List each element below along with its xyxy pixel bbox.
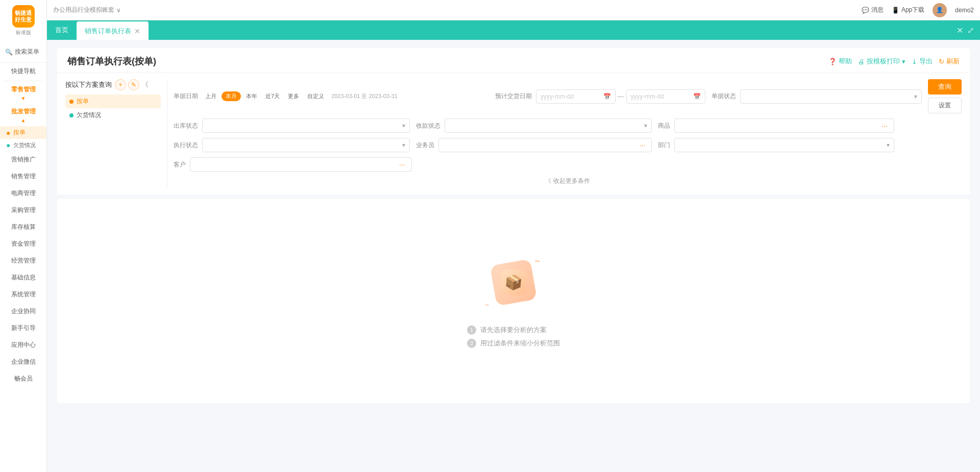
sidebar-item-operation[interactable]: 经营管理 <box>0 252 46 269</box>
collapse-button[interactable]: 《 收起更多条件 <box>174 174 962 188</box>
sidebar-item-quick-nav[interactable]: 快捷导航 <box>0 63 46 80</box>
box-inner: 📦 <box>500 269 527 296</box>
filter-row-2: 出库状态 ▾ 收款状态 ▾ <box>174 119 962 133</box>
sidebar-item-wholesale[interactable]: 批发管理 ▲ <box>0 104 46 126</box>
doc-status-select[interactable]: ▾ <box>740 89 922 104</box>
message-button[interactable]: 💬 消息 <box>862 6 884 14</box>
expected-date-start-input[interactable]: yyyy-mm-dd 📅 <box>536 89 616 104</box>
collapse-up-icon: 《 <box>545 177 551 185</box>
sidebar-item-sales[interactable]: 销售管理 <box>0 168 46 185</box>
sidebar-item-retail[interactable]: 零售管理 ▼ <box>0 82 46 104</box>
guide-label: 新手引导 <box>11 324 36 333</box>
tab-close-window-button[interactable]: ✕ <box>957 26 963 35</box>
filter-fields: 单据日期 上月 本月 本年 近7天 更多 自定义 2023-03-01 至 20… <box>174 79 962 188</box>
sidebar-item-appstore[interactable]: 应用中心 <box>0 337 46 353</box>
collection-status-select[interactable]: ▾ <box>445 119 652 133</box>
main-area: 办公用品行业模拟账套 ∨ 💬 消息 📱 App下载 👤 demo2 首页 销售订… <box>47 0 980 472</box>
settings-button[interactable]: 设置 <box>928 98 962 113</box>
customer-label: 客户 <box>174 160 186 169</box>
sidebar-item-marketing[interactable]: 营销推广 <box>0 151 46 168</box>
collab-label: 企业协同 <box>11 307 36 316</box>
scheme-item-press-order[interactable]: 按单 <box>65 95 161 108</box>
content-area: 销售订单执行表(按单) ❓ 帮助 🖨 按模板打印 ▾ ⤓ 导出 <box>47 40 980 472</box>
sidebar-item-finance[interactable]: 资金管理 <box>0 235 46 252</box>
step-num-2: 2 <box>467 339 476 348</box>
filter-row-4: 客户 ··· <box>174 157 962 172</box>
tab-expand-button[interactable]: ⤢ <box>967 26 974 35</box>
sidebar-item-ecommerce[interactable]: 电商管理 <box>0 185 46 202</box>
dept-select[interactable]: ▾ <box>674 138 894 152</box>
filter-field-goods: 商品 ··· <box>658 119 894 133</box>
page-actions: ❓ 帮助 🖨 按模板打印 ▾ ⤓ 导出 ↻ 刷新 <box>828 57 960 66</box>
date-btn-7days[interactable]: 近7天 <box>262 91 283 101</box>
scheme-edit-button[interactable]: ✎ <box>128 79 139 90</box>
tab-sales-order[interactable]: 销售订单执行表 ✕ <box>77 21 149 41</box>
scheme-add-button[interactable]: + <box>115 79 126 90</box>
filter-row-3: 执行状态 ▾ 业务员 ··· <box>174 138 962 152</box>
filter-field-dept: 部门 ▾ <box>658 138 894 152</box>
scheme-actions: + ✎ 《 <box>115 79 149 90</box>
breadcrumb-chevron: ∨ <box>116 7 121 14</box>
page-header: 销售订单执行表(按单) ❓ 帮助 🖨 按模板打印 ▾ ⤓ 导出 <box>57 48 970 73</box>
query-buttons: 查询 设置 <box>928 79 962 113</box>
out-status-select[interactable]: ▾ <box>202 119 410 133</box>
tab-home-label: 首页 <box>55 26 68 35</box>
sub-item-press-order[interactable]: ● 按单 <box>0 126 46 139</box>
filter-panel: 按以下方案查询 + ✎ 《 按单 欠货情况 <box>57 73 970 195</box>
filter-field-exec-status: 执行状态 ▾ <box>174 138 410 152</box>
date-quick-buttons: 上月 本月 本年 近7天 更多 自定义 <box>202 91 327 101</box>
exec-status-select[interactable]: ▾ <box>202 138 410 152</box>
wechat-label: 企业微信 <box>11 358 36 366</box>
customer-input[interactable]: ··· <box>190 157 412 172</box>
debt-label: 欠货情况 <box>13 141 36 149</box>
scheme-dot <box>69 100 74 104</box>
goods-select[interactable]: ··· <box>674 119 894 133</box>
sidebar-search[interactable]: 🔍 搜索菜单 <box>0 41 46 63</box>
sidebar-item-system[interactable]: 系统管理 <box>0 286 46 303</box>
app-download-button[interactable]: 📱 App下载 <box>892 6 924 14</box>
dept-label: 部门 <box>658 141 670 150</box>
empty-state-card: 📦 ~ ~ 1 请先选择要分析的方案 2 用过滤条件来缩小分析范围 <box>57 199 970 403</box>
sales-label: 销售管理 <box>11 172 36 181</box>
sidebar: 畅捷通好生意 标准版 🔍 搜索菜单 快捷导航 零售管理 ▼ 批发管理 ▲ ● 按… <box>0 0 47 472</box>
refresh-button[interactable]: ↻ 刷新 <box>939 57 960 66</box>
filter-field-customer: 客户 ··· <box>174 157 412 172</box>
empty-steps: 1 请先选择要分析的方案 2 用过滤条件来缩小分析范围 <box>467 323 560 350</box>
sidebar-item-collab[interactable]: 企业协同 <box>0 303 46 320</box>
purchase-label: 采购管理 <box>11 206 36 215</box>
tab-home[interactable]: 首页 <box>47 20 77 40</box>
search-menu-button[interactable]: 🔍 搜索菜单 <box>3 45 43 58</box>
tab-close-icon[interactable]: ✕ <box>134 28 140 35</box>
salesperson-input[interactable]: ··· <box>438 138 652 152</box>
date-btn-current-year[interactable]: 本年 <box>243 91 260 101</box>
expected-date-label: 预计交货日期 <box>495 92 532 101</box>
date-btn-current-month[interactable]: 本月 <box>222 91 241 101</box>
filter-field-out-status: 出库状态 ▾ <box>174 119 410 133</box>
date-btn-last-month[interactable]: 上月 <box>202 91 219 101</box>
help-button[interactable]: ❓ 帮助 <box>828 57 852 66</box>
scheme-collapse-button[interactable]: 《 <box>141 79 149 90</box>
username[interactable]: demo2 <box>955 7 974 14</box>
sidebar-item-guide[interactable]: 新手引导 <box>0 320 46 337</box>
sidebar-item-purchase[interactable]: 采购管理 <box>0 202 46 219</box>
print-icon: 🖨 <box>858 58 865 65</box>
expected-date-end-input[interactable]: yyyy-mm-dd 📅 <box>626 89 706 104</box>
sub-item-debt[interactable]: ● 欠货情况 <box>0 139 46 151</box>
date-btn-more[interactable]: 更多 <box>285 91 302 101</box>
scheme-item-debt[interactable]: 欠货情况 <box>65 108 161 122</box>
sidebar-item-wechat[interactable]: 企业微信 <box>0 353 46 370</box>
date-btn-custom[interactable]: 自定义 <box>304 91 327 101</box>
query-button[interactable]: 查询 <box>928 79 962 95</box>
ecommerce-label: 电商管理 <box>11 189 36 198</box>
print-button[interactable]: 🖨 按模板打印 ▾ <box>858 57 905 66</box>
topbar: 办公用品行业模拟账套 ∨ 💬 消息 📱 App下载 👤 demo2 <box>47 0 980 20</box>
goods-label: 商品 <box>658 122 670 130</box>
export-button[interactable]: ⤓ 导出 <box>912 57 933 66</box>
topbar-right: 💬 消息 📱 App下载 👤 demo2 <box>862 3 974 17</box>
app-logo[interactable]: 畅捷通好生意 标准版 <box>0 0 46 41</box>
wholesale-label: 批发管理 <box>11 107 36 116</box>
sidebar-item-basic[interactable]: 基础信息 <box>0 269 46 286</box>
avatar[interactable]: 👤 <box>933 3 947 17</box>
sidebar-item-member[interactable]: 畅会员 <box>0 370 46 387</box>
sidebar-item-inventory[interactable]: 库存核算 <box>0 219 46 235</box>
